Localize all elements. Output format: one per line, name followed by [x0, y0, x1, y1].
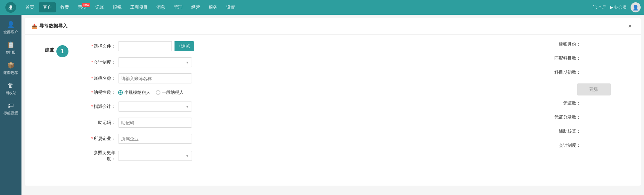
- history-year-row: 参照历史年度： ▼: [89, 150, 540, 162]
- ledger-name-label: 账簿名称：: [89, 75, 115, 81]
- create-month-row: 建账月份：: [554, 41, 634, 47]
- tag-icon: 🏷: [8, 102, 14, 109]
- chevron-down-icon: ▼: [186, 61, 189, 64]
- nav-right: ⛶ 全屏 ▶ 畅会员 👤: [593, 2, 641, 12]
- company-label: 所属企业：: [89, 136, 115, 142]
- voucher-entries-label: 凭证分录数：: [554, 114, 581, 120]
- step-number: 1: [56, 45, 68, 57]
- member-icon: ▶: [610, 5, 613, 10]
- accounting-system-row: 会计制度： ▼: [89, 57, 540, 67]
- svg-point-1: [9, 6, 12, 9]
- nav-charge[interactable]: 收费: [56, 2, 73, 12]
- ledger-name-input[interactable]: [118, 73, 192, 83]
- aux-accounting-row: 辅助核算：: [554, 128, 634, 134]
- right-accounting-system-row: 会计制度：: [554, 142, 634, 148]
- nav-business[interactable]: 工商项目: [126, 2, 152, 12]
- file-input[interactable]: [118, 41, 172, 51]
- migration-icon: 📦: [7, 62, 14, 69]
- accounting-system-select[interactable]: ▼: [118, 57, 192, 67]
- panel-header: 📤 导爷数据导入 ×: [25, 18, 641, 35]
- tax-type-radio-group: 小规模纳税人 一般纳税人: [118, 89, 184, 95]
- period-initial-row: 科目期初数：: [554, 69, 634, 75]
- company-row: 所属企业：: [89, 134, 540, 144]
- form-wrapper: 建账 1 选择文件： +浏览 会计制度：: [25, 35, 641, 175]
- history-year-select[interactable]: ▼: [118, 151, 192, 161]
- nav-operation[interactable]: 经营: [187, 2, 204, 12]
- general-taxpayer-radio[interactable]: [156, 90, 160, 95]
- avatar[interactable]: 👤: [631, 2, 641, 12]
- nav-settings[interactable]: 设置: [222, 2, 239, 12]
- chevron-down-icon-3: ▼: [186, 154, 189, 158]
- import-icon: 📤: [32, 23, 37, 29]
- sidebar-item-tag-settings[interactable]: 🏷 标签设置: [0, 100, 21, 118]
- aux-accounting-label: 辅助核算：: [554, 128, 581, 134]
- sidebar-item-declaration[interactable]: 📋 0申报: [0, 39, 21, 58]
- sidebar-item-account-migration[interactable]: 📦 账套迁移: [0, 59, 21, 78]
- form-section: 选择文件： +浏览 会计制度： ▼ 账簿名称：: [82, 41, 547, 168]
- file-label: 选择文件：: [89, 43, 115, 49]
- company-input[interactable]: [118, 134, 192, 144]
- period-initial-label: 科目期初数：: [554, 69, 581, 75]
- content-area: 📤 导爷数据导入 × 建账 1 选择文件：: [21, 15, 644, 195]
- voucher-count-label: 凭证数：: [554, 100, 581, 106]
- nav-invoice[interactable]: 票据 new: [74, 2, 91, 12]
- right-accounting-system-label: 会计制度：: [554, 142, 581, 148]
- recycle-icon: 🗑: [8, 82, 14, 89]
- match-subject-row: 匹配科目数：: [554, 55, 634, 61]
- create-account-button[interactable]: 建账: [577, 83, 611, 95]
- tax-type-label: 纳税性质：: [89, 89, 115, 95]
- tax-type-row: 纳税性质： 小规模纳税人 一般纳税人: [89, 89, 540, 95]
- accountant-row: 指派会计： ▼: [89, 102, 540, 112]
- fullscreen-button[interactable]: ⛶ 全屏: [593, 5, 606, 10]
- ledger-name-row: 账簿名称：: [89, 73, 540, 83]
- memo-row: 助记码：: [89, 118, 540, 128]
- nav-home[interactable]: 首页: [21, 2, 38, 12]
- panel-title: 📤 导爷数据导入: [32, 23, 67, 29]
- right-section: 建账月份： 匹配科目数： 科目期初数： 建账 凭证数：: [547, 41, 641, 168]
- memo-input[interactable]: [118, 118, 192, 128]
- step-section: 建账 1: [25, 41, 82, 168]
- top-navigation: 首页 客户 收费 票据 new 记账 报税 工商项目 消息 管理 经营 服务 设…: [0, 0, 644, 15]
- nav-service[interactable]: 服务: [205, 2, 221, 12]
- accountant-label: 指派会计：: [89, 104, 115, 110]
- voucher-count-row: 凭证数：: [554, 100, 634, 106]
- history-year-label: 参照历史年度：: [89, 150, 115, 162]
- main-area: 👤 全部客户 📋 0申报 📦 账套迁移 🗑 回收站 🏷 标签设置 📤 导爷: [0, 15, 644, 195]
- match-subject-label: 匹配科目数：: [554, 55, 581, 61]
- new-badge: new: [82, 3, 90, 7]
- sidebar: 👤 全部客户 📋 0申报 📦 账套迁移 🗑 回收站 🏷 标签设置: [0, 15, 21, 195]
- nav-customer[interactable]: 客户: [39, 2, 56, 12]
- file-row: 选择文件： +浏览: [89, 41, 540, 51]
- logo[interactable]: [3, 0, 18, 15]
- import-panel: 📤 导爷数据导入 × 建账 1 选择文件：: [25, 18, 641, 186]
- voucher-entries-row: 凭证分录数：: [554, 114, 634, 120]
- memo-label: 助记码：: [89, 120, 115, 126]
- accountant-select[interactable]: ▼: [118, 102, 192, 112]
- chevron-down-icon-2: ▼: [186, 105, 189, 109]
- member-button[interactable]: ▶ 畅会员: [610, 5, 627, 10]
- create-month-label: 建账月份：: [554, 41, 581, 47]
- declaration-icon: 📋: [7, 41, 14, 49]
- browse-button[interactable]: +浏览: [175, 41, 194, 51]
- sidebar-item-recycle[interactable]: 🗑 回收站: [0, 79, 21, 98]
- close-button[interactable]: ×: [626, 22, 634, 30]
- person-icon: 👤: [7, 21, 14, 28]
- nav-message[interactable]: 消息: [152, 2, 169, 12]
- nav-tax[interactable]: 报税: [109, 2, 126, 12]
- small-taxpayer-radio[interactable]: [118, 90, 123, 95]
- logo-icon: [5, 2, 16, 13]
- fullscreen-icon: ⛶: [593, 5, 597, 10]
- nav-items: 首页 客户 收费 票据 new 记账 报税 工商项目 消息 管理 经营 服务 设…: [21, 2, 593, 12]
- nav-manage[interactable]: 管理: [170, 2, 187, 12]
- accounting-system-label: 会计制度：: [89, 59, 115, 65]
- sidebar-item-all-customers[interactable]: 👤 全部客户: [0, 18, 21, 37]
- small-taxpayer-option[interactable]: 小规模纳税人: [118, 89, 150, 95]
- nav-account[interactable]: 记账: [91, 2, 108, 12]
- general-taxpayer-option[interactable]: 一般纳税人: [156, 89, 184, 95]
